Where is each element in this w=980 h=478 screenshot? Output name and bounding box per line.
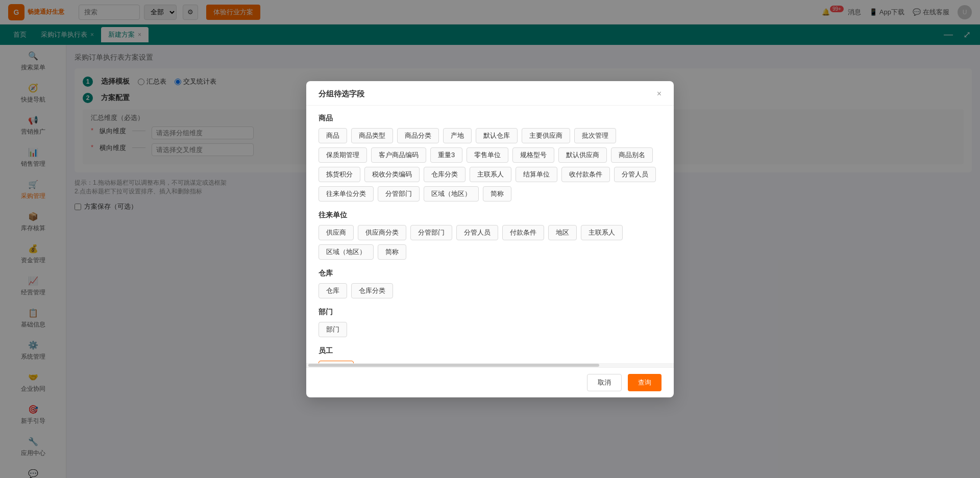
chip-customer-code[interactable]: 客户商品编码 [371,147,426,163]
confirm-button[interactable]: 查询 [628,374,662,391]
chip-default-supplier[interactable]: 默认供应商 [558,147,607,163]
chip-department[interactable]: 部门 [318,322,347,337]
chip-short-name[interactable]: 简称 [483,186,511,202]
chip-goods[interactable]: 商品 [318,128,347,143]
section-employee: 员工 业务员 [318,346,662,363]
chip-goods-type[interactable]: 商品类型 [351,128,393,143]
section-partners: 往来单位 供应商 供应商分类 分管部门 分管人员 付款条件 地区 主联系人 区域… [318,211,662,260]
section-department-title: 部门 [318,308,662,317]
chip-shelf-life[interactable]: 保质期管理 [318,147,367,163]
partners-chips: 供应商 供应商分类 分管部门 分管人员 付款条件 地区 主联系人 区域（地区） … [318,225,662,260]
chip-main-supplier[interactable]: 主要供应商 [522,128,570,143]
modal-title: 分组待选字段 [318,89,364,99]
chip-payment-terms[interactable]: 收付款条件 [561,167,610,182]
chip-main-contact2[interactable]: 主联系人 [581,225,623,240]
chip-weight[interactable]: 重量3 [430,147,462,163]
chip-goods-alias[interactable]: 商品别名 [611,147,653,163]
chip-origin[interactable]: 产地 [443,128,472,143]
chip-goods-category[interactable]: 商品分类 [397,128,439,143]
chip-main-contact[interactable]: 主联系人 [470,167,511,182]
modal-footer: 取消 查询 [306,367,674,397]
section-goods-title: 商品 [318,114,662,123]
chip-supplier[interactable]: 供应商 [318,225,354,240]
chip-retail-unit[interactable]: 零售单位 [467,147,508,163]
modal-header: 分组待选字段 × [306,81,674,106]
section-department: 部门 部门 [318,308,662,337]
warehouse-chips: 仓库 仓库分类 [318,283,662,298]
section-warehouse: 仓库 仓库 仓库分类 [318,269,662,298]
modal-body: 商品 商品 商品类型 商品分类 产地 默认仓库 主要供应商 批次管理 保质期管理… [306,106,674,363]
department-chips: 部门 [318,322,662,337]
chip-default-warehouse[interactable]: 默认仓库 [476,128,518,143]
modal-backdrop: 分组待选字段 × 商品 商品 商品类型 商品分类 产地 默认仓库 主要供应商 批… [0,0,980,478]
section-employee-title: 员工 [318,346,662,356]
chip-pick-points[interactable]: 拣货积分 [318,167,360,182]
chip-region[interactable]: 区域（地区） [424,186,479,202]
chip-settlement-unit[interactable]: 结算单位 [516,167,557,182]
chip-partner-category[interactable]: 往来单位分类 [318,186,374,202]
chip-spec-model[interactable]: 规格型号 [512,147,554,163]
chip-area[interactable]: 地区 [548,225,577,240]
modal-hscroll[interactable] [306,363,674,367]
modal-close-btn[interactable]: × [657,90,662,98]
chip-warehouse-category[interactable]: 仓库分类 [424,167,465,182]
chip-batch-mgmt[interactable]: 批次管理 [574,128,616,143]
chip-tax-code[interactable]: 税收分类编码 [364,167,420,182]
section-warehouse-title: 仓库 [318,269,662,278]
cancel-button[interactable]: 取消 [587,374,622,391]
chip-payment-cond[interactable]: 付款条件 [502,225,544,240]
chip-warehouse-cat[interactable]: 仓库分类 [351,283,393,298]
section-goods: 商品 商品 商品类型 商品分类 产地 默认仓库 主要供应商 批次管理 保质期管理… [318,114,662,202]
chip-manager2[interactable]: 分管人员 [456,225,498,240]
section-partners-title: 往来单位 [318,211,662,220]
goods-chips: 商品 商品类型 商品分类 产地 默认仓库 主要供应商 批次管理 保质期管理 客户… [318,128,662,202]
chip-manager[interactable]: 分管人员 [614,167,656,182]
chip-region2[interactable]: 区域（地区） [318,244,374,260]
modal-dialog: 分组待选字段 × 商品 商品 商品类型 商品分类 产地 默认仓库 主要供应商 批… [306,81,674,397]
hscroll-thumb [308,364,599,367]
chip-supplier-category[interactable]: 供应商分类 [358,225,406,240]
chip-short-name2[interactable]: 简称 [378,244,406,260]
chip-dept2[interactable]: 分管部门 [410,225,452,240]
chip-dept[interactable]: 分管部门 [378,186,420,202]
chip-warehouse[interactable]: 仓库 [318,283,347,298]
